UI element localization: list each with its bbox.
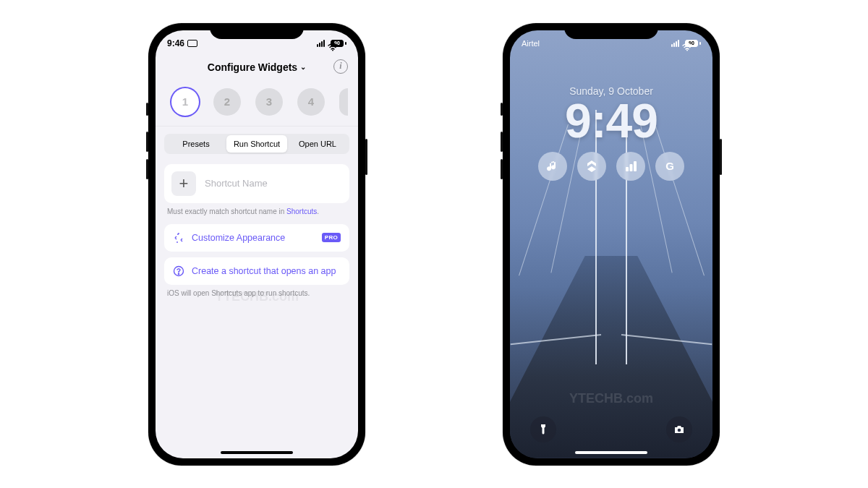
info-button[interactable]: i xyxy=(333,59,348,74)
svg-rect-5 xyxy=(630,164,633,171)
create-shortcut-label: Create a shortcut that opens an app xyxy=(192,266,341,276)
pick-shortcut-button[interactable]: + xyxy=(171,171,196,196)
notch xyxy=(564,23,658,39)
cellular-icon xyxy=(317,40,325,47)
widget-slots: 1 2 3 4 xyxy=(156,78,358,126)
widget-slot-more[interactable] xyxy=(339,88,348,116)
customize-appearance-row[interactable]: Customize Appearance PRO xyxy=(164,224,349,252)
widget-slot-2[interactable]: 2 xyxy=(213,88,241,116)
header: Configure Widgets ⌄ i xyxy=(156,56,358,78)
home-indicator[interactable] xyxy=(221,451,293,454)
shortcut-hint: Must exactly match shortcut name in Shor… xyxy=(164,203,349,224)
header-title-label: Configure Widgets xyxy=(208,61,297,73)
widget-slot-1[interactable]: 1 xyxy=(171,88,199,116)
widget-google[interactable]: G xyxy=(655,152,684,181)
shortcut-name-card: + Shortcut Name xyxy=(164,164,349,203)
action-type-segmented[interactable]: Presets Run Shortcut Open URL xyxy=(164,134,349,154)
question-icon xyxy=(173,265,184,277)
svg-point-8 xyxy=(678,428,681,432)
flashlight-button[interactable] xyxy=(530,416,556,442)
widget-slot-4[interactable]: 4 xyxy=(297,88,325,116)
camera-button[interactable] xyxy=(666,416,692,442)
status-time: 9:46 xyxy=(167,38,184,48)
phone-right: Airtel 90 Sunday, 9 October 9:49 G YTECH… xyxy=(503,23,720,466)
tab-presets[interactable]: Presets xyxy=(166,135,226,153)
carplay-icon xyxy=(187,40,197,47)
widget-music[interactable] xyxy=(538,152,567,181)
lock-screen: Airtel 90 Sunday, 9 October 9:49 G YTECH… xyxy=(510,30,712,458)
svg-point-3 xyxy=(686,49,688,51)
footer-hint: iOS will open Shortcuts app to run short… xyxy=(164,285,349,306)
phone-left: 9:46 90 Configure Widgets ⌄ i 1 2 xyxy=(148,23,365,466)
pro-badge: PRO xyxy=(322,233,341,242)
svg-rect-6 xyxy=(634,161,637,171)
svg-point-0 xyxy=(332,49,333,51)
home-indicator[interactable] xyxy=(575,451,647,454)
tab-run-shortcut[interactable]: Run Shortcut xyxy=(226,135,287,153)
svg-text:G: G xyxy=(665,160,674,172)
header-title-button[interactable]: Configure Widgets ⌄ xyxy=(208,61,306,73)
svg-point-2 xyxy=(178,273,179,274)
svg-rect-4 xyxy=(626,167,629,171)
widget-slot-3[interactable]: 3 xyxy=(255,88,283,116)
shortcuts-link[interactable]: Shortcuts xyxy=(286,207,317,215)
chevron-down-icon: ⌄ xyxy=(300,63,306,71)
lockscreen-time: 9:49 xyxy=(510,97,712,145)
shortcut-name-input[interactable]: Shortcut Name xyxy=(205,178,342,189)
widget-shortcuts[interactable] xyxy=(577,152,606,181)
cellular-icon xyxy=(671,40,679,47)
lockscreen-widgets: G xyxy=(510,152,712,181)
customize-appearance-label: Customize Appearance xyxy=(192,233,315,243)
carrier-label: Airtel xyxy=(522,39,540,48)
screenshot-stage: 9:46 90 Configure Widgets ⌄ i 1 2 xyxy=(0,0,868,488)
sparkle-icon xyxy=(173,232,184,244)
notch xyxy=(210,23,304,39)
configure-widgets-screen: 9:46 90 Configure Widgets ⌄ i 1 2 xyxy=(156,30,358,458)
create-shortcut-row[interactable]: Create a shortcut that opens an app xyxy=(164,257,349,285)
tab-open-url[interactable]: Open URL xyxy=(287,135,348,153)
widget-chart[interactable] xyxy=(616,152,645,181)
